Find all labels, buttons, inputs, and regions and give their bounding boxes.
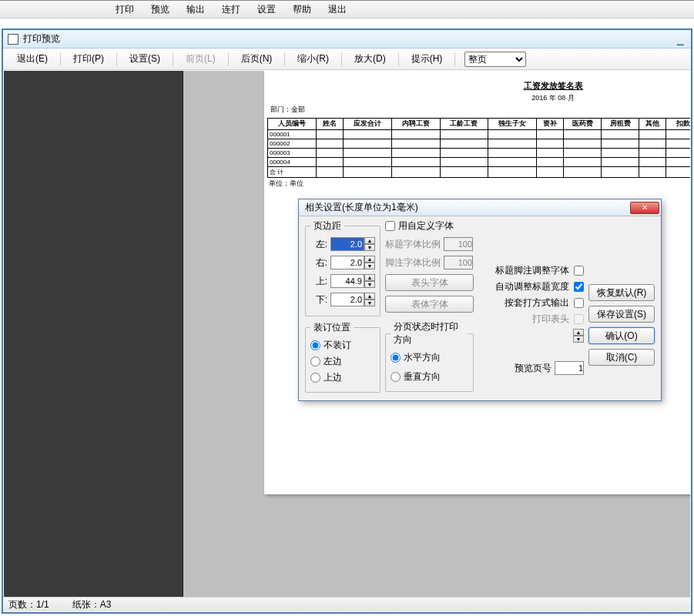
bind-top-radio[interactable] xyxy=(310,373,320,383)
ok-button[interactable]: 确认(O) xyxy=(588,327,655,344)
separator xyxy=(454,52,455,66)
thumbnail-panel xyxy=(4,71,183,597)
print-header-checkbox xyxy=(574,314,584,324)
tb-prevpage: 前页(L) xyxy=(178,51,223,67)
header-font-button: 表头字体 xyxy=(385,274,474,291)
col-header: 扣款合计 xyxy=(666,119,690,130)
report-dept: 部门：金部 xyxy=(270,105,305,115)
status-pages: 页数：1/1 xyxy=(8,598,49,611)
bind-none-label: 不装订 xyxy=(324,339,351,352)
report-subheader: 部门：金部 人数：3 xyxy=(270,105,690,115)
menu-settings[interactable]: 设置 xyxy=(250,2,283,18)
spin-up-icon[interactable]: ▲ xyxy=(364,274,375,281)
col-header: 工龄工资 xyxy=(440,119,488,130)
auto-adjust-width-checkbox[interactable] xyxy=(574,282,584,292)
paging-horizontal-radio[interactable] xyxy=(391,353,401,363)
title-ratio-input xyxy=(444,237,473,251)
margins-group: 页边距 左: ▲▼ 右: ▲▼ 上: ▲▼ 下: ▲▼ xyxy=(305,219,381,316)
bind-group: 装订位置 不装订 左边 上边 xyxy=(305,321,381,393)
cell: 000004 xyxy=(268,158,317,167)
table-row: 000001 xyxy=(268,130,691,139)
separator xyxy=(60,52,61,66)
menu-help[interactable]: 帮助 xyxy=(285,2,319,18)
print-header-label: 打印表头 xyxy=(532,313,569,326)
save-settings-button[interactable]: 保存设置(S) xyxy=(588,306,655,323)
custom-font-checkbox[interactable] xyxy=(385,221,395,231)
tb-settings[interactable]: 设置(S) xyxy=(122,51,168,67)
title-ratio-label: 标题字体比例 xyxy=(385,238,441,251)
cell: 000003 xyxy=(268,149,317,158)
spin-down-icon[interactable]: ▼ xyxy=(364,281,375,288)
menu-preview[interactable]: 预览 xyxy=(143,2,177,18)
spin-down-icon[interactable]: ▼ xyxy=(364,263,375,270)
custom-font-label: 用自定义字体 xyxy=(398,219,454,233)
zoom-select[interactable]: 整页 xyxy=(464,52,526,67)
menu-print[interactable]: 打印 xyxy=(108,2,142,18)
dialog-titlebar[interactable]: 相关设置(长度单位为1毫米) ✕ xyxy=(299,199,661,216)
paging-group: 分页状态时打印方向 水平方向 垂直方向 xyxy=(385,320,474,392)
report-title: 工资发放签名表 xyxy=(264,80,690,92)
bind-none-radio[interactable] xyxy=(310,340,320,350)
paging-vertical-label: 垂直方向 xyxy=(404,370,441,383)
spin-down-icon[interactable]: ▼ xyxy=(573,336,584,343)
nested-print-label: 按套打方式输出 xyxy=(505,296,569,310)
margin-left-input[interactable] xyxy=(330,237,364,251)
spin-down-icon[interactable]: ▼ xyxy=(364,244,375,251)
paging-vertical-radio[interactable] xyxy=(391,372,401,382)
dialog-title: 相关设置(长度单位为1毫米) xyxy=(305,201,418,214)
col-header: 其他 xyxy=(639,119,666,130)
tb-zoomout[interactable]: 缩小(R) xyxy=(290,51,337,67)
close-button[interactable]: ✕ xyxy=(630,202,659,214)
margin-right-label: 右: xyxy=(310,256,327,270)
table-total-row: 合 计 xyxy=(268,167,691,178)
spin-down-icon[interactable]: ▼ xyxy=(364,300,375,306)
separator xyxy=(173,52,173,66)
spin-up-icon[interactable]: ▲ xyxy=(364,237,375,244)
nested-print-checkbox[interactable] xyxy=(574,298,584,308)
tb-hint[interactable]: 提示(H) xyxy=(404,51,451,67)
tb-zoomin[interactable]: 放大(D) xyxy=(347,51,394,67)
main-menu-bar: 打印 预览 输出 连打 设置 帮助 退出 xyxy=(0,0,694,18)
spin-up-icon[interactable]: ▲ xyxy=(364,256,375,263)
table-row: 000002 xyxy=(268,139,691,149)
preview-page-input[interactable] xyxy=(555,361,584,375)
bind-left-radio[interactable] xyxy=(310,357,320,367)
separator xyxy=(341,52,342,66)
margin-bottom-label: 下: xyxy=(310,293,327,306)
cell: 000001 xyxy=(268,130,317,139)
bind-top-label: 上边 xyxy=(324,371,342,384)
adjust-title-footer-checkbox[interactable] xyxy=(574,266,584,276)
window-decoration: ⎯ xyxy=(677,33,686,45)
footer-ratio-input xyxy=(444,256,473,270)
spin-up-icon[interactable]: ▲ xyxy=(364,293,375,300)
adjust-title-footer-label: 标题脚注调整字体 xyxy=(495,264,569,277)
col-header: 房租费 xyxy=(602,119,639,130)
body-font-button: 表体字体 xyxy=(385,296,474,313)
menu-exit[interactable]: 退出 xyxy=(320,2,354,18)
col-header: 人员编号 xyxy=(268,119,317,130)
separator xyxy=(398,52,399,66)
window-titlebar: 打印预览 ⎯ xyxy=(3,30,691,49)
auto-adjust-width-label: 自动调整标题宽度 xyxy=(495,280,569,293)
cancel-button[interactable]: 取消(C) xyxy=(588,349,655,366)
separator xyxy=(284,52,285,66)
statusbar: 页数：1/1 纸张：A3 xyxy=(4,597,690,611)
col-header: 医药费 xyxy=(564,119,602,130)
menu-continuous[interactable]: 连打 xyxy=(214,2,248,18)
separator xyxy=(116,52,117,66)
margin-right-input[interactable] xyxy=(330,256,364,270)
tb-print[interactable]: 打印(P) xyxy=(65,51,112,67)
margin-bottom-input[interactable] xyxy=(330,293,364,306)
restore-default-button[interactable]: 恢复默认(R) xyxy=(588,284,655,301)
margin-top-input[interactable] xyxy=(330,274,364,288)
tb-exit[interactable]: 退出(E) xyxy=(9,51,55,67)
spin-up-icon[interactable]: ▲ xyxy=(573,329,584,336)
separator xyxy=(228,52,229,66)
col-header: 资补 xyxy=(537,119,564,130)
tb-nextpage[interactable]: 后页(N) xyxy=(233,51,280,67)
window-title: 打印预览 xyxy=(23,32,60,45)
col-header: 内聘工资 xyxy=(391,119,440,130)
window-icon xyxy=(8,34,18,45)
menu-output[interactable]: 输出 xyxy=(179,2,213,18)
report-table: 人员编号 姓名 应发合计 内聘工资 工龄工资 独生子女 资补 医药费 房租费 其… xyxy=(267,118,690,178)
